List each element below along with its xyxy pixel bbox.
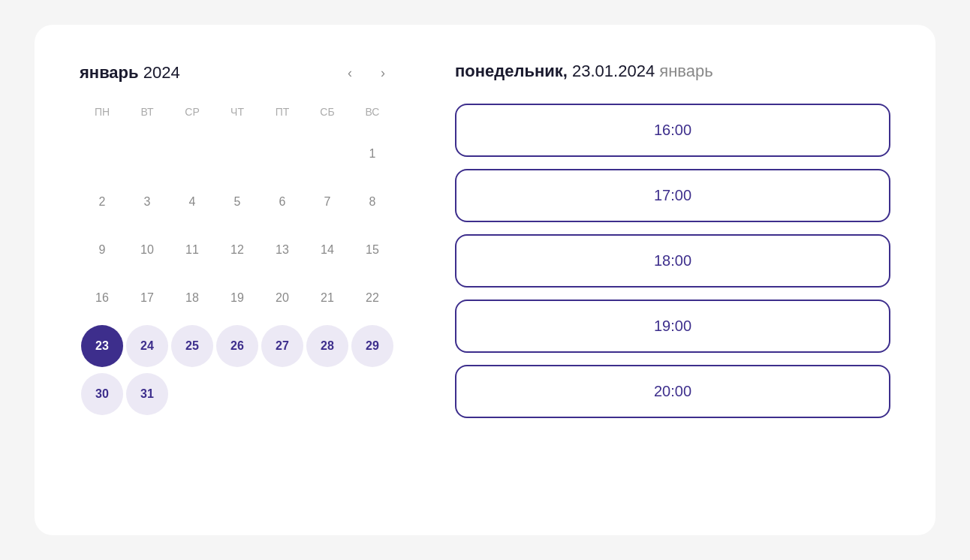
day-11[interactable]: 11 <box>171 229 213 271</box>
day-29[interactable]: 29 <box>351 325 393 367</box>
header-month: январь <box>659 62 712 80</box>
day-24[interactable]: 24 <box>126 325 168 367</box>
day-21[interactable]: 21 <box>306 277 348 319</box>
time-slot-1700[interactable]: 17:00 <box>455 169 890 222</box>
day-13[interactable]: 13 <box>261 229 303 271</box>
day-empty <box>216 133 258 175</box>
day-9[interactable]: 9 <box>81 229 123 271</box>
day-header-sun: ВС <box>350 106 395 127</box>
header-date: 23.01.2024 <box>572 62 655 80</box>
day-31[interactable]: 31 <box>126 373 168 415</box>
time-slot-1600[interactable]: 16:00 <box>455 104 890 157</box>
day-3[interactable]: 3 <box>126 181 168 223</box>
day-header-wed: СР <box>170 106 215 127</box>
day-header-fri: ПТ <box>260 106 305 127</box>
year-label: 2024 <box>143 63 180 82</box>
day-header-thu: ЧТ <box>215 106 260 127</box>
day-26[interactable]: 26 <box>216 325 258 367</box>
day-empty <box>171 133 213 175</box>
day-8[interactable]: 8 <box>351 181 393 223</box>
day-4[interactable]: 4 <box>171 181 213 223</box>
calendar-nav: ‹ › <box>338 61 395 85</box>
day-15[interactable]: 15 <box>351 229 393 271</box>
day-header-sat: СБ <box>305 106 350 127</box>
day-14[interactable]: 14 <box>306 229 348 271</box>
day-empty <box>261 133 303 175</box>
time-panel: понедельник, 23.01.2024 январь 16:00 17:… <box>455 61 890 499</box>
day-20[interactable]: 20 <box>261 277 303 319</box>
main-container: январь 2024 ‹ › ПН ВТ СР ЧТ ПТ СБ ВС 1 <box>35 25 935 535</box>
day-empty <box>81 133 123 175</box>
time-panel-header: понедельник, 23.01.2024 январь <box>455 61 890 83</box>
day-header-tue: ВТ <box>125 106 170 127</box>
day-12[interactable]: 12 <box>216 229 258 271</box>
day-22[interactable]: 22 <box>351 277 393 319</box>
day-empty <box>261 373 303 415</box>
time-slots: 16:00 17:00 18:00 19:00 20:00 <box>455 104 890 418</box>
day-empty <box>351 373 393 415</box>
day-empty <box>216 373 258 415</box>
day-7[interactable]: 7 <box>306 181 348 223</box>
day-30[interactable]: 30 <box>81 373 123 415</box>
day-header-mon: ПН <box>80 106 125 127</box>
day-27[interactable]: 27 <box>261 325 303 367</box>
day-19[interactable]: 19 <box>216 277 258 319</box>
day-5[interactable]: 5 <box>216 181 258 223</box>
calendar-month-title: январь 2024 <box>80 63 180 83</box>
day-2[interactable]: 2 <box>81 181 123 223</box>
day-25[interactable]: 25 <box>171 325 213 367</box>
time-slot-2000[interactable]: 20:00 <box>455 365 890 418</box>
header-weekday: понедельник, <box>455 62 568 80</box>
day-empty <box>306 133 348 175</box>
calendar: январь 2024 ‹ › ПН ВТ СР ЧТ ПТ СБ ВС 1 <box>80 61 395 499</box>
day-28[interactable]: 28 <box>306 325 348 367</box>
day-10[interactable]: 10 <box>126 229 168 271</box>
day-23-selected[interactable]: 23 <box>81 325 123 367</box>
day-empty <box>306 373 348 415</box>
time-slot-1800[interactable]: 18:00 <box>455 234 890 288</box>
time-slot-1900[interactable]: 19:00 <box>455 300 890 353</box>
prev-month-button[interactable]: ‹ <box>338 61 362 85</box>
calendar-grid: ПН ВТ СР ЧТ ПТ СБ ВС 1 2 3 4 5 6 7 8 9 <box>80 106 395 415</box>
day-empty <box>171 373 213 415</box>
day-6[interactable]: 6 <box>261 181 303 223</box>
next-month-button[interactable]: › <box>371 61 395 85</box>
day-1[interactable]: 1 <box>351 133 393 175</box>
day-16[interactable]: 16 <box>81 277 123 319</box>
calendar-header: январь 2024 ‹ › <box>80 61 395 85</box>
day-17[interactable]: 17 <box>126 277 168 319</box>
day-empty <box>126 133 168 175</box>
day-18[interactable]: 18 <box>171 277 213 319</box>
month-name: январь <box>80 63 139 82</box>
